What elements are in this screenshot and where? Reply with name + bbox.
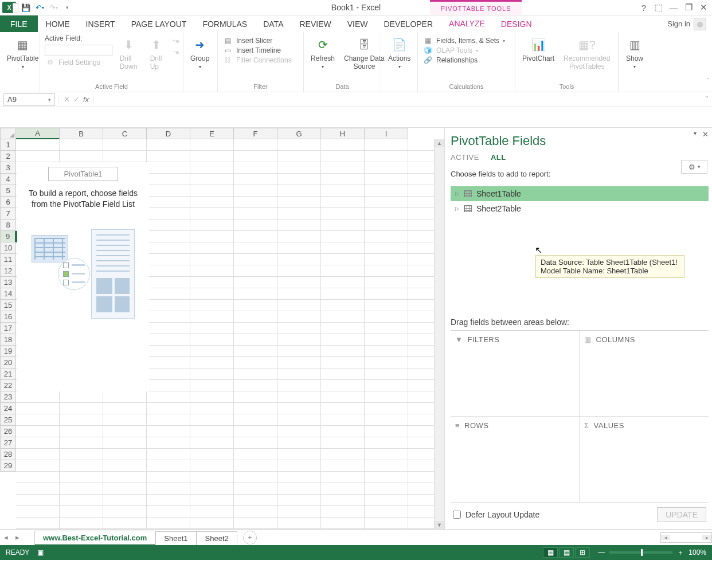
values-area[interactable]: ΣVALUES — [580, 417, 709, 503]
tab-insert[interactable]: INSERT — [78, 15, 123, 32]
table-item-sheet2table[interactable]: ▷ Sheet2Table — [451, 201, 709, 216]
row-header[interactable]: 14 — [0, 288, 16, 300]
col-header[interactable]: F — [234, 128, 277, 139]
col-header[interactable]: B — [60, 128, 103, 139]
active-field-input[interactable] — [45, 45, 112, 56]
tab-active-tables[interactable]: ACTIVE — [451, 153, 479, 162]
sheet-tab-sheet2[interactable]: Sheet2 — [197, 531, 237, 545]
page-break-view-icon[interactable]: ⊞ — [575, 547, 590, 558]
expand-formula-bar-icon[interactable]: ˇ — [702, 95, 712, 104]
col-header[interactable]: I — [365, 128, 408, 139]
vertical-scrollbar[interactable] — [434, 139, 444, 529]
row-header[interactable]: 26 — [0, 426, 16, 437]
col-header[interactable]: A — [16, 128, 60, 139]
row-header[interactable]: 6 — [0, 197, 16, 208]
col-header[interactable]: C — [103, 128, 147, 139]
tab-design[interactable]: DESIGN — [493, 15, 540, 32]
actions-button[interactable]: 📄Actions▾ — [386, 34, 413, 70]
row-header[interactable]: 1 — [0, 139, 16, 151]
table-item-sheet1table[interactable]: ▷ Sheet1Table — [451, 186, 709, 201]
row-header[interactable]: 22 — [0, 380, 16, 391]
file-tab[interactable]: FILE — [0, 15, 38, 32]
collapse-ribbon-icon[interactable]: ˆ — [707, 32, 712, 92]
defer-layout-checkbox[interactable] — [453, 511, 461, 519]
normal-view-icon[interactable]: ▦ — [543, 547, 558, 558]
row-header[interactable]: 4 — [0, 174, 16, 185]
row-header[interactable]: 5 — [0, 185, 16, 197]
pivotchart-button[interactable]: 📊PivotChart — [520, 34, 557, 64]
tab-data[interactable]: DATA — [255, 15, 291, 32]
col-header[interactable]: G — [277, 128, 321, 139]
row-header[interactable]: 9 — [0, 231, 16, 242]
row-header[interactable]: 27 — [0, 437, 16, 449]
close-pane-icon[interactable]: ✕ — [702, 130, 709, 139]
insert-timeline-button[interactable]: ▭Insert Timeline — [222, 46, 292, 54]
save-icon[interactable]: 💾 — [19, 2, 32, 13]
zoom-level[interactable]: 100% — [688, 548, 706, 556]
field-settings-button[interactable]: ⚙Field Settings — [45, 58, 112, 66]
col-header[interactable]: H — [321, 128, 365, 139]
relationships-button[interactable]: 🔗Relationships — [422, 56, 505, 64]
row-header[interactable]: 16 — [0, 311, 16, 323]
row-header[interactable]: 17 — [0, 323, 16, 334]
refresh-button[interactable]: ⟳Refresh▾ — [308, 34, 337, 70]
rows-area[interactable]: ≡ROWS — [451, 417, 580, 503]
show-button[interactable]: ▥Show▾ — [623, 34, 646, 70]
fx-icon[interactable]: fx — [83, 95, 89, 104]
col-header[interactable]: D — [147, 128, 190, 139]
qat-customize-icon[interactable]: ▾ — [61, 2, 73, 13]
group-button[interactable]: ➜Group▾ — [188, 34, 212, 70]
pane-options-icon[interactable]: ▾ — [694, 130, 697, 139]
row-header[interactable]: 20 — [0, 357, 16, 369]
expand-icon[interactable]: ▷ — [455, 191, 459, 197]
page-layout-view-icon[interactable]: ▤ — [559, 547, 574, 558]
row-header[interactable]: 3 — [0, 162, 16, 174]
undo-icon[interactable]: ↶▾ — [33, 2, 46, 13]
cell-grid[interactable]: PivotTable1 To build a report, choose fi… — [16, 139, 434, 529]
tab-home[interactable]: HOME — [38, 15, 78, 32]
sheet-tab-sheet1[interactable]: Sheet1 — [155, 531, 196, 545]
zoom-in-icon[interactable]: ＋ — [677, 548, 684, 558]
expand-icon[interactable]: ▷ — [455, 206, 459, 211]
close-icon[interactable]: ✕ — [697, 2, 710, 13]
row-header[interactable]: 18 — [0, 334, 16, 346]
sign-in[interactable]: Sign in — [662, 15, 712, 32]
redo-icon[interactable]: ↷▾ — [47, 2, 60, 13]
minimize-icon[interactable]: — — [667, 3, 680, 13]
horizontal-scrollbar[interactable]: ◂▸ — [660, 532, 712, 543]
macro-record-icon[interactable]: ▣ — [37, 548, 44, 556]
tab-review[interactable]: REVIEW — [291, 15, 339, 32]
insert-slicer-button[interactable]: ▤Insert Slicer — [222, 37, 292, 45]
row-header[interactable]: 2 — [0, 151, 16, 162]
pivottable-button[interactable]: ▦PivotTable▾ — [5, 34, 41, 70]
row-header[interactable]: 28 — [0, 449, 16, 460]
row-header[interactable]: 11 — [0, 254, 16, 265]
row-header[interactable]: 21 — [0, 369, 16, 380]
row-header[interactable]: 25 — [0, 414, 16, 426]
row-header[interactable]: 24 — [0, 403, 16, 414]
help-icon[interactable]: ? — [637, 3, 650, 13]
tab-analyze[interactable]: ANALYZE — [441, 15, 493, 32]
row-header[interactable]: 29 — [0, 460, 16, 472]
row-header[interactable]: 15 — [0, 300, 16, 311]
columns-area[interactable]: ▥COLUMNS — [580, 331, 709, 417]
zoom-out-icon[interactable]: — — [598, 548, 605, 556]
row-header[interactable]: 19 — [0, 346, 16, 357]
row-header[interactable]: 13 — [0, 277, 16, 288]
name-box[interactable]: A9▾ — [3, 93, 55, 106]
zoom-slider[interactable] — [609, 551, 672, 554]
new-sheet-button[interactable]: + — [243, 531, 257, 544]
select-all-corner[interactable] — [0, 128, 16, 139]
row-header[interactable]: 23 — [0, 391, 16, 403]
fields-items-sets-button[interactable]: ▦Fields, Items, & Sets ▾ — [422, 37, 505, 45]
row-header[interactable]: 7 — [0, 208, 16, 219]
row-header[interactable]: 10 — [0, 242, 16, 254]
row-header[interactable]: 8 — [0, 219, 16, 231]
tab-developer[interactable]: DEVELOPER — [375, 15, 441, 32]
col-header[interactable]: E — [190, 128, 234, 139]
restore-icon[interactable]: ❐ — [682, 2, 695, 13]
sheet-tab-tutorial[interactable]: www.Best-Excel-Tutorial.com — [34, 531, 155, 546]
tab-view[interactable]: VIEW — [339, 15, 376, 32]
tab-formulas[interactable]: FORMULAS — [194, 15, 255, 32]
tab-nav-next-icon[interactable]: ▸ — [11, 533, 23, 542]
